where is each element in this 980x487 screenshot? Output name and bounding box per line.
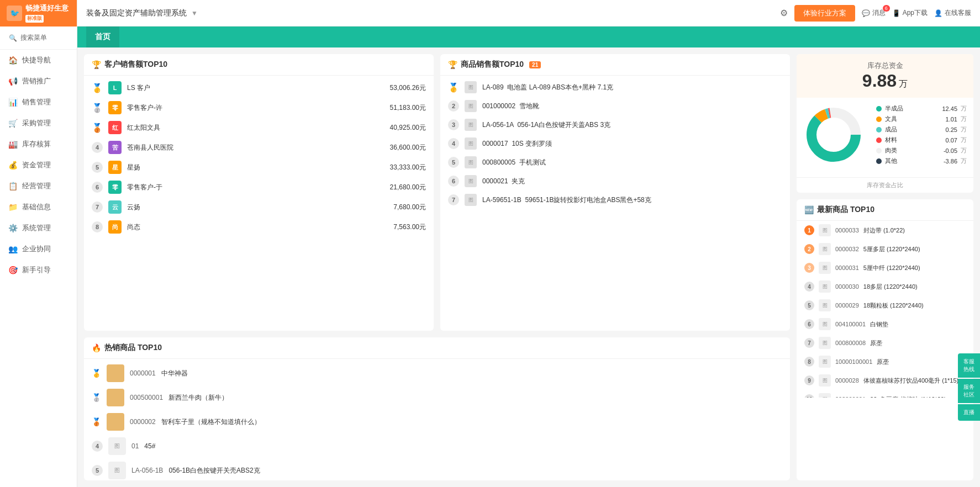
legend-name: 文具 [885, 115, 942, 123]
new-prod-name: 原垄 [870, 339, 966, 347]
product-img-placeholder: 图 [465, 156, 477, 168]
product-rank-info: 0000021 夹克 [482, 177, 782, 186]
medal-icon: 🥇 [92, 83, 103, 93]
app-download-button[interactable]: 📱 App下载 [892, 8, 928, 18]
product-name: 新西兰牛肉（新牛） [168, 393, 782, 403]
new-product-item: 2 图 0000032 5厘多层 (1220*2440) [797, 240, 973, 258]
new-prod-rank: 6 [804, 319, 814, 329]
trial-button[interactable]: 体验行业方案 [794, 5, 855, 22]
online-service-button[interactable]: 👤 在线客服 [934, 8, 971, 18]
collab-icon: 👥 [8, 244, 18, 254]
rank-item: 5 星 星扬 33,333.00元 [84, 157, 434, 177]
legend-item: 文具 1.01 万 [876, 115, 967, 123]
sidebar-item-operation[interactable]: 📋 经营管理 [0, 176, 77, 197]
rank-item: 8 尚 尚态 7,563.00元 [84, 217, 434, 237]
product-image [107, 413, 124, 431]
new-prod-code: 10000100001 [835, 358, 872, 365]
sidebar-item-sales[interactable]: 📊 销售管理 [0, 92, 77, 113]
medal-icon: 🥇 [448, 82, 459, 93]
rank-number: 4 [448, 138, 459, 149]
float-service-btn[interactable]: 客服 热线 [958, 353, 980, 378]
sidebar-item-system[interactable]: ⚙️ 系统管理 [0, 218, 77, 239]
sidebar-item-home[interactable]: 🏠 快捷导航 [0, 50, 77, 71]
customer-amount: 21,680.00元 [390, 183, 426, 192]
customer-name: 尚态 [127, 223, 388, 232]
sidebar-item-finance[interactable]: 💰 资金管理 [0, 155, 77, 176]
product-image [107, 389, 124, 406]
hot-icon: 🔥 [92, 343, 101, 352]
customer-amount: 40,925.00元 [390, 123, 426, 133]
stock-amount: 9.88 [862, 71, 897, 91]
product-rank-info: LA-089 电池盖 LA-089 ABS本色+黑种 7.1克 [482, 83, 782, 92]
hot-product-item: 4 图 01 45# [84, 434, 790, 458]
home-icon: 🏠 [8, 55, 18, 65]
customer-ranking-content: 🥇 L LS 客户 53,006.26元 🥈 零 零售客户-许 51,183.0… [84, 76, 434, 239]
product-rank-info: LA-59651-1B 59651-1B旋转投影灯电池盒ABS黑色+58克 [482, 195, 782, 205]
new-product-item: 7 图 000800008 原垄 [797, 334, 973, 352]
top-two-cols: 🏆 客户销售额TOP10 🥇 L LS 客户 53,006.26元 🥈 零 零售… [84, 54, 790, 331]
new-products-content: 1 图 0000033 封边带 (1.0*22) 2 图 0000032 5厘多… [797, 221, 973, 398]
topbar-title: 装备及固定资产辅助管理系统 ▼ [86, 8, 773, 18]
legend-unit: 万 [961, 146, 967, 155]
rank-item: 🥈 零 零售客户-许 51,183.00元 [84, 98, 434, 118]
stock-header: 库存总资金 9.88 万 [797, 54, 973, 98]
stock-legend: 半成品 12.45 万 文具 1.01 万 成品 0.25 万 材料 0.07 … [876, 104, 967, 171]
message-button[interactable]: 💬 消息 6 [862, 8, 886, 18]
product-code: 0000001 [130, 369, 156, 377]
rank-item: 6 零 零售客户-于 21,680.00元 [84, 177, 434, 197]
new-prod-img: 图 [819, 280, 831, 293]
sidebar-item-purchase[interactable]: 🛒 采购管理 [0, 113, 77, 134]
sidebar-item-inventory[interactable]: 🏭 库存核算 [0, 134, 77, 155]
rank-item: 🥉 红 红太阳文具 40,925.00元 [84, 118, 434, 137]
app-download-label: App下载 [903, 8, 928, 18]
legend-name: 其他 [885, 157, 940, 165]
guide-icon: 🎯 [8, 265, 18, 275]
sidebar-item-marketing[interactable]: 📢 营销推广 [0, 71, 77, 92]
logo-name: 畅捷通好生意 [25, 4, 69, 13]
float-buttons: 客服 热线 服务 社区 直播 [958, 353, 980, 421]
nav-home[interactable]: 首页 [86, 27, 119, 47]
new-products-header: 🆕 最新商品 TOP10 [797, 199, 973, 221]
new-prod-name: 22g鱼豆腐-烧烤味 (1*12*20) [870, 395, 966, 398]
product-name: 056-1B白色按键开关壳ABS2克 [168, 466, 782, 475]
customer-name: 云扬 [127, 203, 388, 212]
legend-dot [876, 158, 882, 164]
gear-icon[interactable]: ⚙ [780, 8, 788, 18]
new-prod-img: 图 [819, 262, 831, 274]
new-prod-rank: 2 [804, 244, 814, 254]
customer-amount: 7,680.00元 [393, 203, 426, 212]
new-prod-img: 图 [819, 224, 831, 236]
legend-name: 材料 [885, 136, 942, 144]
new-product-item: 9 图 0000028 体彼嘉核味苏打饮品400毫升 (1*15) [797, 371, 973, 390]
new-prod-code: 004100001 [835, 321, 866, 327]
medal-icon: 🥈 [92, 393, 101, 402]
legend-item: 其他 -3.86 万 [876, 157, 967, 165]
hot-product-item: 🥇 0000001 中华神器 [84, 361, 790, 385]
legend-unit: 万 [961, 157, 967, 165]
sidebar-item-guide[interactable]: 🎯 新手引导 [0, 260, 77, 280]
rank-number: 2 [448, 100, 459, 112]
marketing-icon: 📢 [8, 76, 18, 86]
product-ranking-badge: 21 [529, 61, 541, 68]
float-live-btn[interactable]: 直播 [958, 404, 980, 421]
customer-avatar: 零 [108, 181, 122, 194]
online-service-label: 在线客服 [945, 8, 971, 18]
rank-number: 3 [448, 119, 459, 130]
trophy-icon: 🏆 [92, 60, 101, 69]
new-prod-name: 体彼嘉核味苏打饮品400毫升 (1*15) [863, 377, 966, 385]
sidebar-item-label: 销售管理 [22, 97, 51, 107]
topbar: 装备及固定资产辅助管理系统 ▼ ⚙ 体验行业方案 💬 消息 6 📱 App下载 … [77, 0, 980, 27]
sidebar-item-basic[interactable]: 📁 基础信息 [0, 197, 77, 218]
new-product-item: 5 图 0000029 18颗粒板 (1220*2440) [797, 296, 973, 315]
operation-icon: 📋 [8, 181, 18, 191]
hot-products-header: 🔥 热销商品 TOP10 [84, 337, 790, 359]
sidebar-item-collab[interactable]: 👥 企业协同 [0, 239, 77, 260]
product-rank-info: 001000002 雪地靴 [482, 102, 782, 111]
new-prod-rank: 8 [804, 357, 814, 367]
float-community-btn[interactable]: 服务 社区 [958, 379, 980, 403]
search-menu-button[interactable]: 🔍 搜索菜单 [6, 31, 71, 45]
legend-name: 半成品 [885, 104, 939, 113]
new-prod-code: 0000032 [835, 246, 859, 252]
customer-avatar: 尚 [108, 220, 122, 234]
search-menu-area[interactable]: 🔍 搜索菜单 [0, 27, 77, 50]
